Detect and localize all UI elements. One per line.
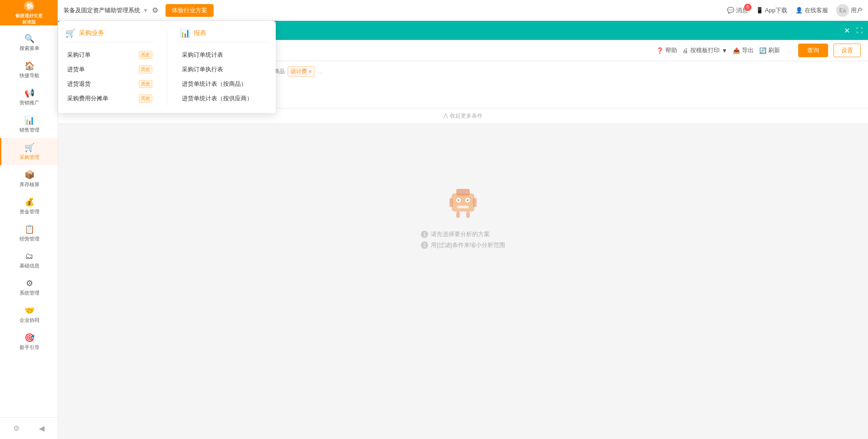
dropdown-arrow-icon: ▼ xyxy=(143,7,148,14)
sales-icon: 📊 xyxy=(24,115,34,125)
report-col-header: 📊 报表 xyxy=(180,28,269,42)
print-btn[interactable]: 🖨 按模板打印 ▼ xyxy=(683,46,727,54)
dropdown-item-purchase-order[interactable]: 采购订单 历史 xyxy=(65,48,154,62)
app-download-btn[interactable]: 📱 App下载 xyxy=(756,6,787,15)
dropdown-item-inbound-stats-supplier[interactable]: 进货单统计表（按供应商） xyxy=(180,91,269,106)
message-icon: 💬 xyxy=(727,7,734,14)
guide-icon: 🎯 xyxy=(24,333,34,343)
product-tag[interactable]: 设计费 ✕ xyxy=(288,66,315,77)
user-btn[interactable]: Ea 用户 xyxy=(836,4,863,17)
sidebar-settings-btn[interactable]: ⚙ xyxy=(13,424,20,433)
logo-subtitle: 标准版 xyxy=(22,19,36,25)
purchase-col-header: 🛒 采购业务 xyxy=(65,28,154,42)
sidebar-item-guide[interactable]: 🎯 新手引导 xyxy=(0,328,58,355)
svg-text:畅: 畅 xyxy=(26,2,33,10)
purchase-order-history-badge: 历史 xyxy=(139,51,152,59)
report-col-title: 报表 xyxy=(194,29,206,37)
online-service-label: 在线客服 xyxy=(805,6,828,15)
sidebar-label-system: 系统管理 xyxy=(20,290,39,296)
sidebar-collapse-btn[interactable]: ◀ xyxy=(39,424,44,433)
sidebar-label-guide: 新手引导 xyxy=(20,344,39,351)
return-history-badge: 历史 xyxy=(139,80,152,88)
user-label: 用户 xyxy=(851,6,863,15)
empty-state: 1 请先选择要分析的方案 2 用[过滤]条件来缩小分析范围 xyxy=(58,124,868,306)
svg-rect-3 xyxy=(456,189,470,196)
dropdown-item-order-stats[interactable]: 采购订单统计表 xyxy=(180,48,269,62)
empty-tip-2: 2 用[过滤]条件来缩小分析范围 xyxy=(421,241,505,249)
sidebar: 畅 畅捷通好生意 标准版 🔍 搜索菜单 🏠 快捷导航 📢 营销推广 📊 销售管理… xyxy=(0,0,58,439)
sidebar-item-enterprise[interactable]: 🤝 企业协同 xyxy=(0,301,58,328)
svg-rect-2 xyxy=(452,193,474,212)
svg-rect-12 xyxy=(466,212,470,218)
sidebar-item-search[interactable]: 🔍 搜索菜单 xyxy=(0,29,58,56)
order-stats-label: 采购订单统计表 xyxy=(182,51,223,59)
online-service-btn[interactable]: 👤 在线客服 xyxy=(795,6,828,15)
help-icon: ❓ xyxy=(656,47,663,54)
product-tag-text: 设计费 xyxy=(291,68,307,75)
dropdown-item-return[interactable]: 进货退货 历史 xyxy=(65,77,154,91)
tabbar-close-btn[interactable]: ✕ xyxy=(844,26,850,35)
tabbar-expand-btn[interactable]: ⛶ xyxy=(856,27,863,34)
dropdown-item-order-exec[interactable]: 采购订单执行表 xyxy=(180,62,269,77)
sidebar-label-quick-nav: 快捷导航 xyxy=(20,72,39,79)
dropdown-item-inbound-stats-product[interactable]: 进货单统计表（按商品） xyxy=(180,77,269,91)
system-title-dropdown[interactable]: 装备及固定资产辅助管理系统 ▼ xyxy=(63,6,148,15)
sidebar-item-purchase[interactable]: 🛒 采购管理 xyxy=(0,138,58,165)
topbar: 装备及固定资产辅助管理系统 ▼ ⚙ 体验行业方案 💬 消息 6 📱 App下载 … xyxy=(58,0,868,21)
app-icon: 📱 xyxy=(756,7,763,14)
avatar: Ea xyxy=(836,4,849,17)
order-exec-label: 采购订单执行表 xyxy=(182,65,223,74)
sidebar-item-system[interactable]: ⚙ 系统管理 xyxy=(0,274,58,301)
setup-button[interactable]: 设置 xyxy=(834,44,861,57)
tip-num-2: 2 xyxy=(421,242,428,249)
export-btn[interactable]: 📤 导出 xyxy=(733,46,754,54)
inventory-icon: 📦 xyxy=(24,170,34,180)
svg-rect-10 xyxy=(473,198,477,207)
sidebar-item-quick-nav[interactable]: 🏠 快捷导航 xyxy=(0,56,58,84)
dropdown-divider xyxy=(167,28,167,106)
sidebar-item-marketing[interactable]: 📢 营销推广 xyxy=(0,84,58,111)
purchase-order-label: 采购订单 xyxy=(67,51,91,59)
basic-info-icon: 🗂 xyxy=(25,252,34,261)
operation-icon: 📋 xyxy=(24,224,34,234)
export-icon: 📤 xyxy=(733,47,740,54)
purchase-col-title: 采购业务 xyxy=(79,29,104,37)
svg-rect-11 xyxy=(456,212,460,218)
svg-point-7 xyxy=(467,199,468,201)
print-label: 按模板打印 xyxy=(690,46,720,54)
return-label: 进货退货 xyxy=(67,80,91,88)
refresh-btn[interactable]: 🔄 刷新 xyxy=(759,46,780,54)
product-tag-close-icon[interactable]: ✕ xyxy=(308,69,312,74)
sidebar-item-operation[interactable]: 📋 经营管理 xyxy=(0,220,58,247)
sidebar-item-finance[interactable]: 💰 资金管理 xyxy=(0,192,58,220)
sidebar-label-sales: 销售管理 xyxy=(20,127,39,133)
sidebar-item-sales[interactable]: 📊 销售管理 xyxy=(0,111,58,138)
home-icon: 🏠 xyxy=(24,61,34,71)
topbar-gear-icon[interactable]: ⚙ xyxy=(152,6,158,15)
report-col-icon: 📊 xyxy=(180,28,190,38)
message-btn[interactable]: 💬 消息 6 xyxy=(727,6,748,15)
dropdown-item-inbound[interactable]: 进货单 历史 xyxy=(65,62,154,77)
inbound-stats-product-label: 进货单统计表（按商品） xyxy=(182,80,247,88)
product-filter: 商品 设计费 ✕ … xyxy=(274,66,323,77)
sidebar-item-basic-info[interactable]: 🗂 基础信息 xyxy=(0,247,58,274)
sidebar-label-marketing: 营销推广 xyxy=(20,99,39,106)
query-button[interactable]: 查询 xyxy=(798,44,828,57)
sidebar-label-purchase: 采购管理 xyxy=(20,154,39,161)
industry-btn[interactable]: 体验行业方案 xyxy=(166,4,214,17)
empty-state-illustration xyxy=(440,178,486,223)
svg-rect-9 xyxy=(449,198,453,207)
help-btn[interactable]: ❓ 帮助 xyxy=(656,46,677,54)
tip-text-2: 用[过滤]条件来缩小分析范围 xyxy=(431,241,505,249)
refresh-label: 刷新 xyxy=(768,46,780,54)
empty-tip-1: 1 请先选择要分析的方案 xyxy=(421,230,505,238)
expense-history-badge: 历史 xyxy=(139,94,152,103)
tip-num-1: 1 xyxy=(421,231,428,238)
purchase-icon: 🛒 xyxy=(24,143,34,153)
dropdown-item-expense[interactable]: 采购费用分摊单 历史 xyxy=(65,91,154,106)
sidebar-label-basic-info: 基础信息 xyxy=(20,262,39,269)
product-more[interactable]: … xyxy=(318,69,323,75)
sidebar-item-inventory[interactable]: 📦 库存核算 xyxy=(0,165,58,192)
svg-point-6 xyxy=(458,199,459,201)
sidebar-label-finance: 资金管理 xyxy=(20,208,39,215)
